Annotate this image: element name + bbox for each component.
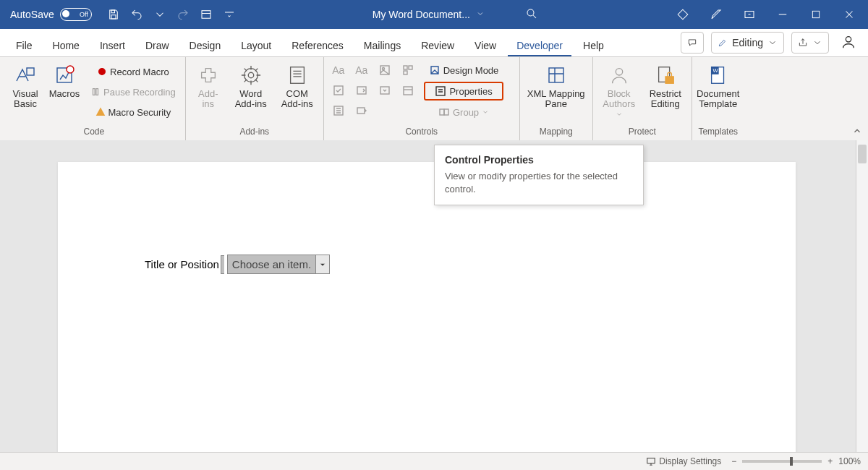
- tab-help[interactable]: Help: [574, 34, 613, 56]
- zoom-out-icon[interactable]: −: [731, 456, 736, 466]
- restrict-editing-button[interactable]: Restrict Editing: [644, 61, 687, 109]
- repeating-cc-icon[interactable]: [328, 102, 349, 119]
- share-button[interactable]: [791, 32, 829, 54]
- ribbon-mode-icon[interactable]: [739, 4, 760, 25]
- zoom-level[interactable]: 100%: [838, 456, 861, 466]
- form-icon[interactable]: [197, 6, 215, 23]
- tab-references[interactable]: References: [283, 34, 352, 56]
- ribbon: Visual Basic Macros Record Macro Pause R…: [0, 57, 868, 141]
- svg-rect-1: [111, 15, 116, 19]
- xml-mapping-icon: [544, 63, 569, 87]
- tab-design[interactable]: Design: [181, 34, 230, 56]
- svg-rect-30: [549, 68, 563, 82]
- document-template-button[interactable]: W Document Template: [697, 61, 740, 109]
- tab-view[interactable]: View: [466, 34, 505, 56]
- design-mode-button[interactable]: Design Mode: [424, 61, 504, 79]
- zoom-slider[interactable]: [742, 460, 822, 463]
- group-label: Templates: [692, 127, 744, 141]
- document-name[interactable]: My Word Document...: [373, 9, 470, 20]
- properties-button[interactable]: Properties: [424, 82, 504, 101]
- pause-recording-button: Pause Recording: [85, 83, 181, 101]
- vertical-scrollbar[interactable]: [856, 140, 868, 453]
- cc-dropdown-icon[interactable]: [315, 255, 330, 274]
- group-button[interactable]: Group: [424, 103, 504, 121]
- building-block-cc-icon[interactable]: [398, 61, 418, 79]
- brush-icon[interactable]: [706, 4, 726, 25]
- svg-rect-26: [357, 108, 365, 114]
- com-addins-button[interactable]: COM Add-ins: [276, 61, 319, 109]
- tooltip: Control Properties View or modify proper…: [434, 145, 644, 205]
- quick-access-toolbar: [105, 6, 238, 23]
- svg-point-3: [527, 9, 534, 16]
- macro-security-button[interactable]: Macro Security: [85, 103, 181, 121]
- editing-mode-button[interactable]: Editing: [711, 32, 784, 54]
- svg-rect-28: [440, 109, 444, 115]
- block-authors-icon: [607, 63, 631, 87]
- plain-text-cc-icon[interactable]: Aa: [352, 61, 372, 79]
- title-center: My Word Document...: [238, 7, 673, 22]
- svg-point-14: [248, 72, 254, 78]
- xml-mapping-button[interactable]: XML Mapping Pane: [524, 61, 588, 109]
- maximize-icon[interactable]: [806, 4, 826, 25]
- display-settings-button[interactable]: Display Settings: [646, 456, 721, 466]
- tab-mailings[interactable]: Mailings: [355, 34, 409, 56]
- dropdown-cc-icon[interactable]: [375, 82, 395, 99]
- toggle-off-icon: Off: [60, 8, 92, 21]
- content-control[interactable]: Choose an item.: [227, 255, 330, 274]
- tab-insert[interactable]: Insert: [91, 34, 134, 56]
- checkbox-cc-icon[interactable]: [328, 82, 349, 99]
- account-icon[interactable]: [836, 34, 861, 52]
- legacy-tools-icon[interactable]: [352, 102, 372, 119]
- save-icon[interactable]: [105, 6, 122, 23]
- combobox-cc-icon[interactable]: [352, 82, 372, 99]
- tooltip-title: Control Properties: [445, 154, 633, 166]
- word-addins-button[interactable]: Word Add-ins: [229, 61, 273, 109]
- ribbon-tabs: File Home Insert Draw Design Layout Refe…: [0, 29, 868, 57]
- group-controls: Aa Aa Design Mode Propertie: [324, 57, 520, 141]
- undo-dropdown-icon[interactable]: [151, 6, 169, 23]
- tab-review[interactable]: Review: [412, 34, 463, 56]
- zoom-in-icon[interactable]: +: [827, 456, 833, 466]
- svg-rect-37: [647, 458, 655, 463]
- redo-icon[interactable]: [174, 6, 192, 23]
- svg-rect-20: [404, 71, 407, 74]
- svg-rect-2: [202, 11, 210, 19]
- page[interactable]: Title or Position Choose an item.: [58, 162, 796, 453]
- diamond-icon[interactable]: [673, 4, 693, 25]
- visual-basic-button[interactable]: Visual Basic: [7, 61, 43, 109]
- close-icon[interactable]: [839, 4, 859, 25]
- autosave-label: AutoSave: [10, 9, 54, 20]
- zoom-control[interactable]: − + 100%: [731, 456, 861, 466]
- rich-text-cc-icon[interactable]: Aa: [328, 61, 349, 79]
- block-authors-button[interactable]: Block Authors: [597, 61, 641, 118]
- scrollbar-thumb[interactable]: [858, 145, 867, 163]
- undo-icon[interactable]: [128, 6, 145, 23]
- picture-cc-icon[interactable]: [375, 61, 395, 79]
- record-macro-button[interactable]: Record Macro: [85, 63, 181, 80]
- group-mapping: XML Mapping Pane Mapping: [520, 57, 593, 141]
- date-cc-icon[interactable]: [398, 82, 418, 99]
- svg-rect-23: [380, 87, 389, 94]
- doc-name-dropdown-icon[interactable]: [476, 9, 485, 20]
- visual-basic-icon: [13, 63, 38, 87]
- collapse-ribbon-icon[interactable]: [852, 126, 862, 138]
- tab-draw[interactable]: Draw: [137, 34, 178, 56]
- comments-button[interactable]: [681, 32, 704, 54]
- tab-file[interactable]: File: [7, 34, 41, 56]
- cc-handle[interactable]: [221, 255, 224, 274]
- svg-rect-18: [404, 66, 407, 69]
- addins-button[interactable]: Add- ins: [190, 61, 226, 109]
- minimize-icon[interactable]: [773, 4, 793, 25]
- svg-point-6: [846, 36, 851, 41]
- search-icon[interactable]: [525, 7, 538, 22]
- editing-label: Editing: [732, 37, 763, 48]
- tab-developer[interactable]: Developer: [508, 34, 571, 56]
- svg-rect-33: [665, 77, 673, 83]
- qat-customize-icon[interactable]: [221, 6, 238, 23]
- svg-rect-19: [409, 66, 412, 69]
- macros-button[interactable]: Macros: [46, 61, 82, 99]
- tab-layout[interactable]: Layout: [232, 34, 280, 56]
- svg-point-31: [616, 69, 622, 75]
- tab-home[interactable]: Home: [44, 34, 88, 56]
- autosave-toggle[interactable]: AutoSave Off: [10, 8, 92, 21]
